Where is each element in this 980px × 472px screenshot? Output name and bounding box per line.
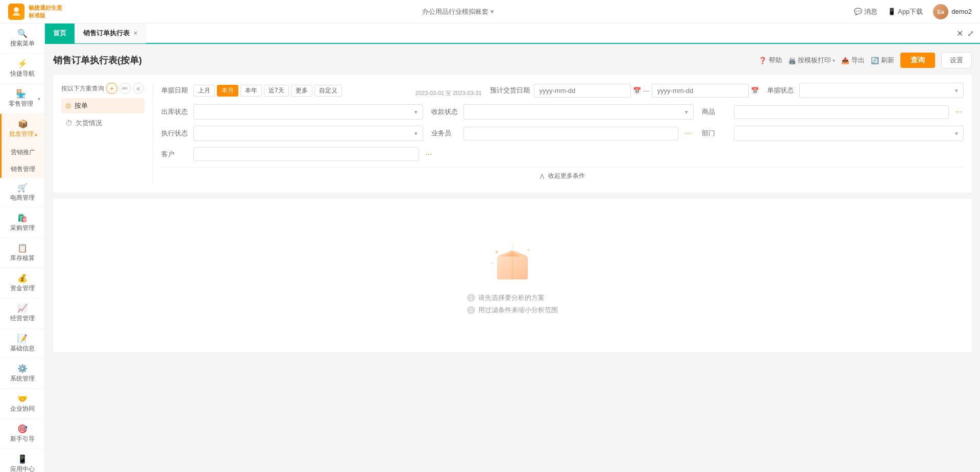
filter-scheme-panel: 按以下方案查询 + ✏ « ⊙ 按单 ⏱: [61, 83, 153, 184]
sidebar-item-ecommerce[interactable]: 🛒 电商管理: [0, 178, 44, 208]
sidebar-item-basic-info[interactable]: 📝 基础信息: [0, 328, 44, 359]
preset-this-year[interactable]: 本年: [240, 85, 262, 97]
page-header: 销售订单执行表(按单) ❓ 帮助 🖨️ 按模板打印 ▾ 📤 导出: [53, 52, 972, 68]
expected-date-end-input[interactable]: [652, 84, 749, 98]
empty-tip-2: 2 用过滤条件来缩小分析范围: [467, 305, 558, 315]
doc-status-select[interactable]: ▾: [799, 83, 964, 98]
data-area: ✦ ✦ ✦ 1 请先选择要分析的方案 2 用过滤条件来缩小分析范围: [53, 199, 972, 352]
date-label: 单据日期: [161, 86, 189, 95]
dept-select[interactable]: ▾: [734, 126, 964, 141]
user-area[interactable]: Ea demo2: [933, 4, 972, 19]
date-group: 上月 本月 本年 近7天 更多 自定义: [193, 85, 407, 97]
svg-text:✦: ✦: [527, 248, 530, 252]
collapse-bar[interactable]: ⋀ 收起更多条件: [161, 167, 964, 184]
sidebar-item-retail[interactable]: 🏪 零售管理 ▾: [0, 84, 44, 114]
sidebar-item-label: 搜索菜单: [10, 39, 35, 48]
date-range-display: 2023-03-01 至 2023-03-31: [415, 89, 482, 98]
salesperson-input[interactable]: [463, 127, 678, 140]
app-title-area[interactable]: 办公用品行业模拟账套 ▾: [422, 7, 494, 16]
tip-num-2: 2: [467, 306, 475, 314]
dept-label: 部门: [702, 129, 730, 138]
print-btn[interactable]: 🖨️ 按模板打印 ▾: [788, 56, 835, 65]
sidebar-item-label: 采购管理: [10, 224, 35, 232]
sidebar-item-system[interactable]: ⚙️ 系统管理: [0, 359, 44, 389]
sidebar-item-newcomer[interactable]: 🎯 新手引导: [0, 419, 44, 449]
scheme-collapse-btn[interactable]: «: [133, 83, 144, 94]
svg-point-0: [14, 7, 19, 12]
sidebar-item-wholesale[interactable]: 📦 批发管理 ▴: [2, 114, 44, 144]
help-btn[interactable]: ❓ 帮助: [758, 56, 782, 65]
page-actions: ❓ 帮助 🖨️ 按模板打印 ▾ 📤 导出 🔄 刷新: [758, 52, 972, 68]
tab-maximize-btn[interactable]: ⤢: [967, 29, 974, 38]
goods-label: 商品: [702, 107, 730, 116]
tip-num-1: 1: [467, 294, 475, 302]
sidebar-item-label: 快捷导航: [10, 69, 35, 78]
search-menu-icon: 🔍: [17, 29, 28, 38]
filter-doc-status-item: 单据状态 ▾: [767, 83, 964, 98]
top-header: 畅捷通好生意 标准版 办公用品行业模拟账套 ▾ 💬 消息 📱 App下载 Ea …: [0, 0, 980, 23]
content-area: 首页 销售订单执行表 × ✕ ⤢ 销售订单执行表(按单) ❓ 帮助: [45, 23, 980, 472]
doc-status-label: 单据状态: [767, 86, 795, 95]
outbound-label: 出库状态: [161, 107, 189, 116]
preset-this-month[interactable]: 本月: [217, 85, 238, 97]
debt-icon: ⏱: [65, 119, 72, 127]
finance-icon: 💰: [17, 273, 28, 283]
message-icon: 💬: [854, 8, 862, 15]
doc-status-chevron: ▾: [955, 87, 958, 94]
sidebar-item-finance[interactable]: 💰 资金管理: [0, 268, 44, 298]
settings-btn[interactable]: 设置: [941, 52, 972, 68]
sidebar-item-app-center[interactable]: 📱 应用中心: [0, 449, 44, 472]
expected-date-start-input[interactable]: [534, 84, 631, 98]
app-download-btn[interactable]: 📱 App下载: [888, 7, 923, 16]
customer-input[interactable]: [193, 147, 419, 161]
query-btn[interactable]: 查询: [900, 53, 935, 68]
filter-section: 按以下方案查询 + ✏ « ⊙ 按单 ⏱: [61, 83, 964, 184]
goods-input[interactable]: [734, 105, 949, 119]
export-btn[interactable]: 📤 导出: [841, 56, 865, 65]
ecommerce-icon: 🛒: [17, 183, 28, 193]
receipt-label: 收款状态: [431, 107, 459, 116]
sidebar-item-purchase[interactable]: 🛍️ 采购管理: [0, 208, 44, 238]
sidebar-item-operations[interactable]: 📈 经营管理: [0, 298, 44, 328]
empty-tips: 1 请先选择要分析的方案 2 用过滤条件来缩小分析范围: [467, 293, 558, 315]
purchase-icon: 🛍️: [17, 213, 28, 223]
preset-custom[interactable]: 自定义: [314, 85, 342, 97]
sidebar-item-label: 应用中心: [10, 465, 35, 472]
outbound-select[interactable]: ▾: [193, 104, 423, 120]
receipt-select[interactable]: ▾: [463, 104, 693, 120]
svg-text:✦: ✦: [495, 249, 499, 255]
sidebar-item-inventory[interactable]: 📋 库存核算: [0, 238, 44, 268]
message-btn[interactable]: 💬 消息: [854, 7, 877, 16]
debt-label: 欠货情况: [76, 119, 102, 128]
sidebar-item-sales[interactable]: 销售管理: [2, 161, 44, 178]
preset-7days[interactable]: 近7天: [264, 85, 289, 97]
exec-select[interactable]: ▾: [193, 126, 423, 141]
sidebar-item-search-menu[interactable]: 🔍 搜索菜单: [0, 23, 44, 54]
tab-close-btn[interactable]: ×: [134, 30, 137, 37]
customer-label: 客户: [161, 150, 189, 159]
refresh-btn[interactable]: 🔄 刷新: [871, 56, 894, 65]
dept-chevron: ▾: [955, 130, 958, 137]
customer-more-btn[interactable]: ···: [423, 150, 434, 159]
retail-icon: 🏪: [16, 89, 26, 99]
sidebar-item-quick-nav[interactable]: ⚡ 快捷导航: [0, 54, 44, 84]
filter-dept-item: 部门 ▾: [702, 126, 964, 141]
preset-last-month[interactable]: 上月: [193, 85, 215, 97]
scheme-item-andan[interactable]: ⊙ 按单: [61, 98, 144, 113]
date-icon-start: 📅: [633, 87, 641, 95]
sidebar-item-enterprise[interactable]: 🤝 企业协同: [0, 389, 44, 419]
tab-home[interactable]: 首页: [45, 23, 75, 43]
filter-row-2: 出库状态 ▾ 收款状态 ▾: [161, 104, 964, 120]
sidebar-item-marketing[interactable]: 营销推广: [2, 144, 44, 161]
filter-goods-item: 商品 ···: [702, 105, 964, 119]
scheme-add-btn[interactable]: +: [106, 83, 117, 94]
preset-more[interactable]: 更多: [291, 85, 312, 97]
goods-more-btn[interactable]: ···: [953, 107, 964, 116]
sidebar-item-label: 经营管理: [10, 314, 35, 323]
tab-close-all-btn[interactable]: ✕: [957, 29, 963, 38]
salesperson-more-btn[interactable]: ···: [682, 129, 693, 138]
sidebar-item-label: 电商管理: [10, 194, 35, 202]
debt-item[interactable]: ⏱ 欠货情况: [61, 115, 144, 131]
tab-sales-order[interactable]: 销售订单执行表 ×: [75, 23, 146, 43]
scheme-edit-btn[interactable]: ✏: [119, 83, 131, 94]
